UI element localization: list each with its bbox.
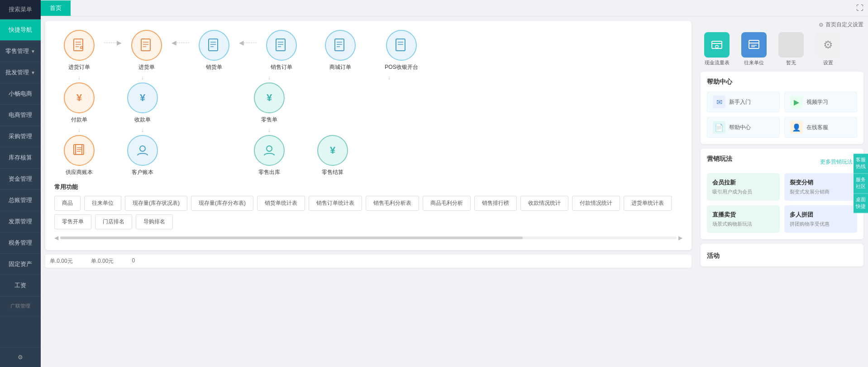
func-btn-guide-ranking[interactable]: 导购排名	[136, 214, 173, 229]
scroll-left-arrow[interactable]: ◀	[54, 235, 58, 241]
func-btn-sales-ranking[interactable]: 销售排行榜	[474, 196, 517, 211]
svg-point-28	[140, 146, 145, 151]
node-retail-bill[interactable]: ¥ 零售单	[244, 82, 294, 124]
func-grid: 商品 往来单位 现存量(库存状况表) 现存量(库存分布表) 销货单统计表 销售订…	[54, 196, 682, 229]
svg-rect-4	[141, 39, 150, 51]
marketing-header: 营销玩法 更多营销玩法 >	[707, 155, 857, 169]
quick-icon-partner-units[interactable]: 往来单位	[738, 32, 770, 66]
sidebar: 搜索菜单 快捷导航 零售管理 ▼ 批发管理 ▼ 小畅电商 电商管理 采购管理 库…	[0, 0, 41, 367]
func-btn-purchase-stats[interactable]: 进货单统计表	[624, 196, 672, 211]
sidebar-item-quick-nav[interactable]: 快捷导航	[0, 19, 41, 41]
sidebar-item-retail-mgmt[interactable]: 零售管理 ▼	[0, 41, 41, 62]
beginner-icon: ✉	[713, 96, 725, 108]
chevron-down-icon: ▼	[31, 49, 35, 54]
right-panel: ⚙ 首页自定义设置 现金流量表	[696, 16, 868, 367]
common-functions: 常用功能 商品 往来单位 现存量(库存状况表) 现存量(库存分布表) 销货单统计…	[54, 183, 682, 229]
node-retail-settlement[interactable]: ¥ 零售结算	[308, 135, 358, 176]
svg-rect-8	[209, 39, 218, 51]
quick-icon-cash-flow[interactable]: 现金流量表	[701, 32, 733, 66]
sidebar-item-inventory[interactable]: 库存核算	[0, 147, 41, 169]
quick-access-icons: 现金流量表 往来单位 暂无 ⚙ 设置	[701, 32, 863, 66]
common-functions-title: 常用功能	[54, 183, 682, 191]
sidebar-item-payroll[interactable]: 工资	[0, 275, 41, 296]
node-customer-account[interactable]: 客户账本	[118, 135, 167, 176]
sidebar-item-finance-mgmt[interactable]: 资金管理	[0, 169, 41, 190]
video-icon: ▶	[790, 96, 803, 108]
settings-icon: ⚙	[816, 32, 841, 58]
func-btn-store-ranking[interactable]: 门店排名	[95, 214, 132, 229]
func-btn-sales-margin[interactable]: 销售毛利分析表	[366, 196, 419, 211]
svg-rect-30	[712, 41, 722, 48]
func-btn-sales-stats[interactable]: 销货单统计表	[257, 196, 305, 211]
float-btn-customer-service[interactable]: 客服 热线	[854, 154, 868, 174]
quick-icon-settings[interactable]: ⚙ 设置	[812, 32, 844, 66]
func-btn-partners[interactable]: 往来单位	[84, 196, 121, 211]
quick-icon-none[interactable]: 暂无	[775, 32, 807, 66]
func-btn-sales-order-stats[interactable]: 销售订单统计表	[309, 196, 362, 211]
float-btn-service-community[interactable]: 服务 社区	[854, 174, 868, 193]
func-btn-payment-stats[interactable]: 付款情况统计	[572, 196, 620, 211]
tab-bar: 首页 ⛶	[41, 0, 868, 16]
svg-point-29	[267, 146, 272, 151]
scroll-right-arrow[interactable]: ▶	[678, 235, 682, 241]
sidebar-item-general-ledger[interactable]: 总账管理	[0, 190, 41, 211]
bottom-stat-2: 单.0.00元	[91, 257, 114, 265]
help-item-help[interactable]: 📄 帮助中心	[707, 117, 780, 138]
sidebar-item-xiaochang-ec[interactable]: 小畅电商	[0, 83, 41, 105]
marketing-item-live[interactable]: 直播卖货 场景式购物新玩法	[707, 205, 780, 233]
main-panel: 进货订单 ▶ 进货单	[41, 16, 696, 367]
bottom-stat-1: 单.0.00元	[50, 257, 73, 265]
main-area: 首页 ⛶ 进货订单	[41, 0, 868, 367]
func-btn-inventory-dist[interactable]: 现存量(库存分布表)	[191, 196, 253, 211]
help-item-beginner[interactable]: ✉ 新手入门	[707, 92, 780, 112]
svg-rect-12	[276, 39, 285, 51]
svg-rect-20	[396, 39, 405, 51]
help-item-online-service[interactable]: 👤 在线客服	[784, 117, 857, 138]
node-sales-bill[interactable]: 销货单	[189, 30, 239, 71]
marketing-grid: 会员拉新 吸引用户成为会员 裂变分销 裂变式发展分销商 直播卖货 场景式购物新玩…	[707, 173, 857, 233]
marketing-item-fission[interactable]: 裂变分销 裂变式发展分销商	[784, 173, 857, 201]
node-pos-cashier[interactable]: POS收银开台	[374, 30, 429, 71]
scroll-bar[interactable]: ◀ ▶	[54, 235, 682, 241]
svg-point-32	[715, 45, 718, 48]
sidebar-item-ec-mgmt[interactable]: 电商管理	[0, 105, 41, 126]
node-supplier-account[interactable]: 供应商账本	[54, 135, 104, 176]
node-mall-order[interactable]: 商城订单	[315, 30, 365, 71]
node-payment[interactable]: ¥ 付款单	[54, 82, 104, 124]
help-center-section: 帮助中心 ✉ 新手入门 ▶ 视频学习 📄 帮助中心	[701, 72, 863, 144]
marketing-item-member[interactable]: 会员拉新 吸引用户成为会员	[707, 173, 780, 201]
content-area: 进货订单 ▶ 进货单	[41, 16, 868, 367]
float-btn-desktop-shortcut[interactable]: 桌面 快捷	[854, 193, 868, 213]
cash-flow-icon	[704, 32, 730, 58]
marketing-item-group-buy[interactable]: 多人拼团 拼团购物享受优惠	[784, 205, 857, 233]
activity-title: 活动	[707, 252, 857, 260]
func-btn-goods-margin[interactable]: 商品毛利分析	[423, 196, 471, 211]
func-btn-retail-order[interactable]: 零售开单	[54, 214, 91, 229]
gear-icon: ⚙	[819, 22, 824, 28]
sidebar-item-wholesale-mgmt[interactable]: 批发管理 ▼	[0, 62, 41, 83]
help-center-grid: ✉ 新手入门 ▶ 视频学习 📄 帮助中心 👤	[707, 92, 857, 138]
node-purchase-order[interactable]: 进货订单	[54, 30, 104, 71]
func-btn-inventory-status[interactable]: 现存量(库存状况表)	[125, 196, 187, 211]
sidebar-item-purchase-mgmt[interactable]: 采购管理	[0, 126, 41, 147]
svg-rect-0	[74, 39, 83, 51]
marketing-more-link[interactable]: 更多营销玩法 >	[820, 158, 857, 166]
sidebar-item-tax-mgmt[interactable]: 税务管理	[0, 232, 41, 254]
sidebar-search[interactable]: 搜索菜单	[0, 0, 41, 19]
sidebar-settings-icon[interactable]: ⚙	[0, 347, 41, 367]
fullscreen-button[interactable]: ⛶	[856, 4, 863, 12]
svg-rect-16	[335, 39, 344, 51]
tab-home[interactable]: 首页	[41, 0, 71, 16]
node-purchase-bill[interactable]: 进货单	[122, 30, 172, 71]
node-sales-order[interactable]: 销售订单	[257, 30, 306, 71]
sidebar-item-more-mgmt[interactable]: 广联管理	[0, 296, 41, 316]
node-receipt[interactable]: ¥ 收款单	[118, 82, 167, 124]
help-item-video[interactable]: ▶ 视频学习	[784, 92, 857, 112]
none-icon	[778, 32, 804, 58]
func-btn-receipt-stats[interactable]: 收款情况统计	[520, 196, 568, 211]
node-retail-outbound[interactable]: 零售出库	[244, 135, 294, 176]
sidebar-item-fixed-assets[interactable]: 固定资产	[0, 254, 41, 275]
sidebar-item-invoice-mgmt[interactable]: 发票管理	[0, 211, 41, 232]
func-btn-goods[interactable]: 商品	[54, 196, 81, 211]
customize-settings[interactable]: ⚙ 首页自定义设置	[701, 21, 863, 29]
